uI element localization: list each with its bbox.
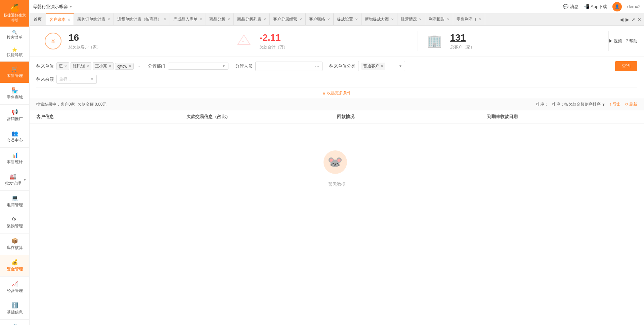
tab-close-icon-9[interactable]: ✕ [355, 17, 358, 21]
tab-production-instock[interactable]: 产成品入库单 ✕ [170, 13, 206, 26]
sidebar-item-member[interactable]: 👥 会员中心 [0, 126, 29, 148]
tab-close-icon-10[interactable]: ✕ [391, 17, 394, 21]
tab-home-label: 首页 [34, 16, 42, 22]
person-filter-dots[interactable]: ··· [315, 63, 319, 69]
sidebar-item-retail-mgmt[interactable]: 🛒 零售管理 [0, 62, 29, 83]
filter-tag-chen[interactable]: 陈民强 ✕ [71, 62, 91, 70]
tab-close-icon-5[interactable]: ✕ [227, 17, 230, 21]
stat-icon-debt: + [234, 31, 254, 51]
tab-prev-btn[interactable]: ◀ [620, 17, 624, 22]
tab-customer-tier[interactable]: 客户分层经营 ✕ [270, 13, 306, 26]
tag-wang-close[interactable]: ✕ [109, 64, 111, 68]
tab-close-icon-12[interactable]: ✕ [447, 17, 449, 21]
empty-illustration: 🐭 [324, 150, 347, 174]
tag-wu-close[interactable]: ✕ [64, 64, 67, 68]
sidebar-item-finance[interactable]: 💰 资金管理 [0, 255, 29, 277]
sidebar-item-wholesale[interactable]: 🏭 批发管理 ▼ [0, 169, 29, 191]
sidebar-quick-nav[interactable]: ⭐ 快捷导航 [0, 44, 29, 62]
logo-icon: 🍊 [3, 4, 27, 13]
unit-class-tag[interactable]: 普通客户 ✕ [361, 63, 385, 70]
video-btn[interactable]: ▶ 视频 [609, 38, 622, 44]
sidebar-item-ecommerce[interactable]: 💻 电商管理 [0, 191, 29, 212]
tag-cjttcw-close[interactable]: ✕ [129, 64, 131, 68]
tab-retail-profit[interactable]: 零售利润（ ✕ [453, 13, 485, 26]
tab-close-icon-4[interactable]: ✕ [200, 17, 202, 21]
col-header-customer: 客户信息 [36, 114, 186, 120]
export-icon: ↑ [609, 102, 611, 107]
inventory-icon: 📦 [3, 238, 27, 244]
sidebar-item-basic-info[interactable]: ℹ️ 基础信息 [0, 298, 29, 320]
query-button[interactable]: 查询 [615, 61, 637, 71]
tab-close-icon-7[interactable]: ✕ [299, 17, 302, 21]
sidebar-item-sys-mgmt[interactable]: ⚙️ 系统管理 [0, 320, 29, 325]
tab-product-analysis[interactable]: 商品分析 ✕ [206, 13, 234, 26]
sidebar-logo[interactable]: 🍊 畅捷通好生意 标版 [0, 0, 29, 27]
tab-product-analysis-list-label: 商品分析列表 [237, 16, 261, 22]
search-icon: 🔍 [12, 30, 17, 35]
tab-commission-setting[interactable]: 提成设置 ✕ [334, 13, 361, 26]
person-filter-input[interactable]: ··· [255, 62, 323, 71]
message-label: 消息 [570, 4, 578, 10]
tab-expand-btn[interactable]: ⤢ [631, 17, 635, 22]
tab-close-icon-6[interactable]: ✕ [263, 17, 266, 21]
sidebar-item-marketing[interactable]: 📢 营销推广 [0, 105, 29, 126]
tag-chen-close[interactable]: ✕ [86, 64, 89, 68]
balance-placeholder: 选择... [59, 76, 71, 82]
tab-close-icon-13[interactable]: ✕ [479, 17, 481, 21]
tab-customer-ledger[interactable]: 客户账本 ✕ [46, 13, 74, 26]
sidebar-item-operations[interactable]: 📈 经营管理 [0, 277, 29, 298]
balance-filter-select[interactable]: 选择... ▼ [56, 75, 97, 84]
user-name[interactable]: demo2 [627, 4, 641, 9]
stats-bar: ¥ 16 总欠款客户（家） + [30, 26, 644, 57]
tab-instock-stats[interactable]: 进货单统计表（按商品） ✕ [114, 13, 170, 26]
user-avatar[interactable]: 👤 [612, 2, 622, 11]
stat-item-total-customers: 🏢 131 总客户（家） [418, 31, 609, 51]
refresh-btn[interactable]: ↻ 刷新 [625, 102, 637, 107]
tab-close-icon-8[interactable]: ✕ [327, 17, 330, 21]
sys-mgmt-icon: ⚙️ [3, 324, 27, 325]
filter-row-1: 往来单位 伍 ✕ 陈民强 ✕ 王小亮 ✕ [36, 61, 637, 71]
tab-purchase-order-stats[interactable]: 采购订单统计表 ✕ [74, 13, 114, 26]
dept-filter-select[interactable]: ▼ [168, 63, 228, 70]
main-area: 母婴行业演示帐套 ▼ 💬 消息 📲 App下载 👤 demo2 [30, 0, 644, 325]
sort-select[interactable]: 排序：按欠款金额倒序排序 ▼ [552, 102, 605, 107]
tab-product-analysis-list[interactable]: 商品分析列表 ✕ [234, 13, 270, 26]
tab-profit-report[interactable]: 利润报告 ✕ [425, 13, 453, 26]
sidebar-item-label-retail-stats: 零售统计 [7, 159, 23, 164]
account-selector[interactable]: 母婴行业演示帐套 ▼ [33, 4, 73, 10]
sidebar-item-retail-stats[interactable]: 📊 零售统计 [0, 148, 29, 169]
tab-business-status[interactable]: 经营情况 ✕ [397, 13, 425, 26]
tab-close-icon-3[interactable]: ✕ [164, 17, 166, 21]
sidebar-item-inventory[interactable]: 📦 库存核算 [0, 233, 29, 255]
help-btn[interactable]: ? 帮助 [626, 38, 637, 44]
tab-close-icon-11[interactable]: ✕ [419, 17, 422, 21]
filter-more-btn[interactable]: ··· [135, 63, 141, 69]
stat-text-customers: 16 总欠款客户（家） [69, 32, 101, 50]
tab-close-icon[interactable]: ✕ [68, 18, 70, 22]
stat-value-customers: 16 [69, 32, 101, 43]
person-filter-label: 分管人员 [235, 63, 253, 69]
unit-class-tag-close[interactable]: ✕ [381, 64, 383, 68]
filter-tag-wang[interactable]: 王小亮 ✕ [93, 62, 114, 70]
collapse-btn[interactable]: ∧ 收起更多条件 [36, 87, 637, 99]
unit-class-filter-select[interactable]: 普通客户 ✕ ▼ [358, 61, 405, 71]
tab-home[interactable]: 首页 [30, 13, 46, 26]
stat-text-total: 131 总客户（家） [450, 32, 474, 50]
message-btn[interactable]: 💬 消息 [563, 4, 578, 10]
stat-icon-customers: ¥ [43, 31, 63, 51]
account-selector-label: 母婴行业演示帐套 [33, 4, 68, 10]
tab-next-btn[interactable]: ▶ [626, 17, 629, 22]
sidebar-item-purchase[interactable]: 🛍 采购管理 [0, 212, 29, 233]
sidebar-item-label-retail: 零售管理 [7, 73, 23, 78]
filter-tag-wu[interactable]: 伍 ✕ [56, 62, 69, 70]
app-download-btn[interactable]: 📲 App下载 [584, 4, 607, 10]
col-header-debt: 欠款交易信息（占比） [186, 114, 337, 120]
tab-customer-contact[interactable]: 客户联络 ✕ [306, 13, 334, 26]
tab-add-commission[interactable]: 新增提成方案 ✕ [361, 13, 397, 26]
filter-tag-cjttcw[interactable]: cjttcw ✕ [115, 63, 134, 70]
tab-close-icon-2[interactable]: ✕ [108, 17, 110, 21]
export-btn[interactable]: ↑ 导出 [609, 102, 620, 107]
sidebar-item-retail-mall[interactable]: 🏪 零售商城 [0, 83, 29, 105]
tab-restore-btn[interactable]: ✕ [637, 17, 641, 22]
sidebar-search[interactable]: 🔍 搜索菜单 [0, 27, 29, 44]
